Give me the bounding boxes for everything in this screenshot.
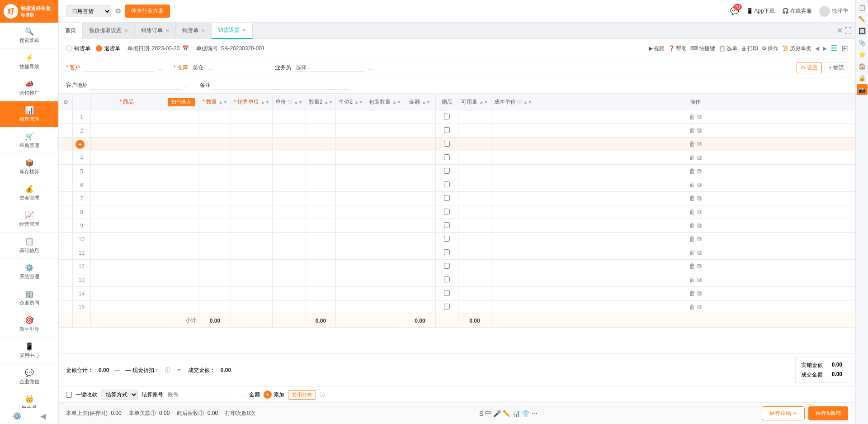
gift-checkbox[interactable]	[444, 249, 450, 255]
row-price[interactable]	[273, 260, 306, 273]
right-panel-icon-7[interactable]: 🔒	[857, 72, 868, 83]
delete-icon[interactable]: 🗑	[689, 140, 695, 148]
copy-icon[interactable]: ⧉	[697, 113, 702, 120]
row-amount[interactable]	[404, 138, 436, 151]
view-grid-icon[interactable]: ⊞	[841, 43, 848, 53]
operate-btn[interactable]: ⚙ 操作	[762, 45, 778, 52]
product-input[interactable]	[94, 141, 160, 148]
row-product[interactable]	[91, 260, 163, 273]
row-unit[interactable]	[231, 165, 273, 178]
row-pack-qty[interactable]	[366, 165, 404, 178]
row-qty[interactable]	[199, 260, 231, 273]
row-qty[interactable]	[199, 192, 231, 205]
row-qty[interactable]	[199, 205, 231, 219]
radio-return[interactable]: 退货单	[96, 45, 120, 52]
row-unit[interactable]	[231, 124, 273, 138]
row-price[interactable]	[273, 273, 306, 287]
row-unit[interactable]	[231, 287, 273, 300]
row-pack-qty[interactable]	[366, 110, 404, 124]
row-available[interactable]	[458, 138, 491, 151]
save-new-button[interactable]: 保存&新增	[808, 406, 848, 420]
row-amount[interactable]	[404, 110, 436, 124]
row-qty2[interactable]	[306, 151, 336, 165]
row-unit2[interactable]	[336, 165, 366, 178]
tool-pen-icon[interactable]: ✏️	[503, 410, 510, 417]
row-unit[interactable]	[231, 273, 273, 287]
gift-checkbox[interactable]	[444, 209, 450, 214]
row-product[interactable]	[91, 178, 163, 192]
prev-btn[interactable]: ◀	[815, 45, 819, 52]
row-gift[interactable]	[436, 260, 458, 273]
row-unit2[interactable]	[336, 233, 366, 246]
row-price[interactable]	[273, 219, 306, 233]
row-pack-qty[interactable]	[366, 192, 404, 205]
row-amount[interactable]	[404, 178, 436, 192]
row-qty[interactable]	[199, 110, 231, 124]
row-unit[interactable]	[231, 151, 273, 165]
delete-icon[interactable]: 🗑	[689, 249, 695, 256]
gift-checkbox[interactable]	[444, 127, 450, 133]
sidebar-item-marketing[interactable]: 📣 营销推广	[0, 75, 58, 101]
view-list-icon[interactable]: ☰	[830, 43, 838, 53]
close-all-icon[interactable]: ✕	[837, 26, 843, 35]
right-panel-icon-8[interactable]: 📸	[857, 84, 868, 95]
row-qty2[interactable]	[306, 205, 336, 219]
gift-checkbox[interactable]	[444, 222, 450, 228]
trial-button[interactable]: 体验行业方案	[125, 5, 170, 18]
row-unit2[interactable]	[336, 151, 366, 165]
row-qty[interactable]	[199, 233, 231, 246]
sidebar-item-purchase[interactable]: 🛒 采购管理	[0, 128, 58, 154]
row-product[interactable]	[91, 273, 163, 287]
row-qty2[interactable]	[306, 260, 336, 273]
sidebar-item-newbie[interactable]: 🎯 新手引导	[0, 311, 58, 338]
close-icon[interactable]: ✕	[201, 28, 205, 33]
copy-icon[interactable]: ⧉	[697, 140, 702, 148]
tab-sales-return[interactable]: 销货退货 ✕	[212, 23, 253, 39]
row-available[interactable]	[458, 246, 491, 260]
copy-icon[interactable]: ⧉	[697, 290, 702, 297]
gift-checkbox[interactable]	[444, 236, 450, 242]
tool-zhong-icon[interactable]: 中	[485, 410, 491, 418]
row-product[interactable]	[91, 287, 163, 300]
select-btn[interactable]: 📋 选单	[719, 45, 737, 52]
row-available[interactable]	[458, 205, 491, 219]
copy-icon[interactable]: ⧉	[697, 222, 702, 229]
settings-btn[interactable]: ⚙ 设置	[797, 62, 822, 73]
close-icon[interactable]: ✕	[242, 28, 246, 33]
add-row-button[interactable]: +	[75, 140, 85, 149]
row-pack-qty[interactable]	[366, 124, 404, 138]
row-unit2[interactable]	[336, 124, 366, 138]
row-product[interactable]	[91, 300, 163, 314]
address-more-icon[interactable]: …	[184, 82, 189, 89]
user-info[interactable]: 徐泽华	[819, 6, 848, 17]
row-qty[interactable]	[199, 246, 231, 260]
delete-icon[interactable]: 🗑	[689, 127, 695, 134]
row-available[interactable]	[458, 178, 491, 192]
settings-icon[interactable]: ⚙️	[13, 412, 22, 420]
sidebar-item-weixin[interactable]: 💬 企业微信	[0, 364, 58, 390]
row-gift[interactable]	[436, 178, 458, 192]
row-amount[interactable]	[404, 192, 436, 205]
help-btn[interactable]: ❓ 帮助	[668, 45, 687, 52]
row-amount[interactable]	[404, 165, 436, 178]
row-price[interactable]	[273, 165, 306, 178]
salesperson-input[interactable]	[294, 63, 365, 72]
row-unit2[interactable]	[336, 287, 366, 300]
row-amount[interactable]	[404, 233, 436, 246]
calc-method-select[interactable]: 结算方式	[101, 390, 138, 400]
copy-icon[interactable]: ⧉	[697, 154, 702, 161]
row-qty2[interactable]	[306, 124, 336, 138]
tool-more-icon[interactable]: ⋯	[531, 410, 538, 417]
row-available[interactable]	[458, 165, 491, 178]
sidebar-item-inventory[interactable]: 📦 库存核算	[0, 154, 58, 180]
row-price[interactable]	[273, 124, 306, 138]
row-qty2[interactable]	[306, 192, 336, 205]
right-panel-icon-3[interactable]: 🔲	[857, 25, 868, 36]
row-amount[interactable]	[404, 273, 436, 287]
row-gift[interactable]	[436, 165, 458, 178]
row-gift[interactable]	[436, 124, 458, 138]
row-gift[interactable]	[436, 110, 458, 124]
row-unit2[interactable]	[336, 138, 366, 151]
copy-icon[interactable]: ⧉	[697, 249, 702, 256]
row-price[interactable]	[273, 205, 306, 219]
